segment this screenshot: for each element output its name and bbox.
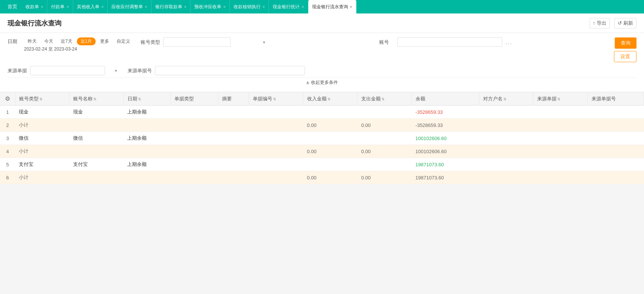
settings-button[interactable]: 设置 [614,51,636,62]
date-opt-yesterday[interactable]: 昨天 [25,37,40,45]
table-row[interactable]: 3 微信 微信 上期余额 100102606.60 [0,132,644,145]
collapse-label: 收起更多条件 [311,79,338,86]
cell-counterparty [479,145,533,158]
col-counterparty[interactable]: 对方户名⇅ [479,92,533,106]
nav-home[interactable]: 首页 [3,3,22,10]
cell-account-type: 现金 [15,106,69,119]
account-label: 账号 [379,39,394,46]
cell-counterparty [479,171,533,184]
col-income[interactable]: 收入金额⇅ [303,92,357,106]
nav-tab-qitashouru[interactable]: 其他收入单 × [73,0,108,13]
account-ellipsis[interactable]: ... [505,39,512,46]
col-account-type[interactable]: 账号类型⇅ [15,92,69,106]
cell-source-doc-no [588,119,644,132]
nav-tab-liushui[interactable]: 现金银行流水查询 × [308,0,356,13]
refresh-button[interactable]: ↺ 刷新 [614,18,636,28]
cell-no: 4 [0,145,15,158]
close-icon[interactable]: × [263,4,265,9]
sort-icon: ⇅ [273,97,276,101]
cell-doc-no [249,119,303,132]
table-row[interactable]: 6 小计 0.00 0.00 19871073.60 [0,171,644,184]
cell-source-doc [533,132,588,145]
page-title: 现金银行流水查询 [8,19,62,28]
close-icon[interactable]: × [223,4,225,9]
cell-income: 0.00 [303,119,357,132]
nav-tab-shoukuanhexa[interactable]: 收款核销执行 × [230,0,269,13]
nav-tab-yushou[interactable]: 预收冲应收单 × [191,0,230,13]
cell-source-doc [533,106,588,119]
nav-tab-yinhang[interactable]: 银行存取款单 × [152,0,191,13]
cell-income: 0.00 [303,171,357,184]
cell-income [303,106,357,119]
cell-date [123,171,170,184]
col-doc-no[interactable]: 单据编号⇅ [249,92,303,106]
query-button[interactable]: 查询 [615,37,636,49]
cell-doc-no [249,106,303,119]
nav-tab-yingshou[interactable]: 应收应付调整单 × [108,0,151,13]
sort-icon: ⇅ [381,97,384,101]
cell-source-doc-no [588,132,644,145]
close-icon[interactable]: × [184,4,186,9]
source-doc-label: 来源单据 [8,67,27,74]
close-icon[interactable]: × [302,4,304,9]
cell-account-name [69,171,124,184]
cell-doc-type [171,106,218,119]
date-opt-7days[interactable]: 近7天 [58,37,75,45]
nav-tab-shoukuandan[interactable]: 收款单 × [22,0,47,13]
close-icon[interactable]: × [66,4,69,9]
nav-tab-xianjintongji[interactable]: 现金银行统计 × [269,0,308,13]
source-doc-id-input[interactable] [155,66,305,75]
cell-account-name: 支付宝 [69,158,124,171]
table-row[interactable]: 5 支付宝 支付宝 上期余额 19871073.60 [0,158,644,171]
cell-balance: 19871073.60 [412,171,479,184]
cell-summary [218,119,249,132]
cell-expense [357,132,412,145]
cell-source-doc [533,171,588,184]
date-options: 昨天 今天 近7天 近1月 更多 自定义 [25,37,133,45]
col-date[interactable]: 日期⇅ [123,92,170,106]
date-opt-1month[interactable]: 近1月 [77,37,96,45]
gear-icon[interactable]: ⚙ [5,96,10,102]
cell-doc-no [249,132,303,145]
collapse-bar[interactable]: ∧ 收起更多条件 [8,78,636,87]
col-expense[interactable]: 支出金额⇅ [357,92,412,106]
col-balance: 余额 [412,92,479,106]
cell-source-doc [533,158,588,171]
cell-account-type: 小计 [15,119,69,132]
export-icon: ↑ [593,20,596,26]
export-button[interactable]: ↑ 导出 [590,18,610,28]
date-opt-custom[interactable]: 自定义 [114,37,133,45]
cell-date: 上期余额 [123,158,170,171]
close-icon[interactable]: × [145,4,147,9]
cell-no: 3 [0,132,15,145]
source-doc-id-label: 来源单据号 [128,67,152,74]
refresh-icon: ↺ [618,20,622,26]
date-opt-today[interactable]: 今天 [41,37,56,45]
close-icon[interactable]: × [101,4,104,9]
cell-account-name: 现金 [69,106,124,119]
cell-expense: 0.00 [357,171,412,184]
cell-doc-no [249,171,303,184]
close-icon[interactable]: × [41,4,43,9]
cell-date: 上期余额 [123,106,170,119]
date-opt-more[interactable]: 更多 [97,37,112,45]
table-row[interactable]: 1 现金 现金 上期余额 -3528659.33 [0,106,644,119]
account-type-select[interactable] [163,37,231,47]
nav-tab-fukuandan[interactable]: 付款单 × [47,0,73,13]
table-row[interactable]: 2 小计 0.00 0.00 -3528659.33 [0,119,644,132]
cell-doc-no [249,158,303,171]
cell-source-doc [533,145,588,158]
cell-account-type: 支付宝 [15,158,69,171]
col-source-doc[interactable]: 来源单据⇅ [533,92,588,106]
cell-account-type: 小计 [15,145,69,158]
col-account-name[interactable]: 账号名称⇅ [69,92,124,106]
col-gear[interactable]: ⚙ [0,92,15,106]
sort-icon: ⇅ [503,97,506,101]
cell-no: 6 [0,171,15,184]
cell-expense [357,158,412,171]
close-icon[interactable]: × [350,4,352,9]
table-row[interactable]: 4 小计 0.00 0.00 100102606.60 [0,145,644,158]
source-doc-select[interactable] [30,66,105,75]
account-input[interactable] [397,37,502,47]
cell-summary [218,106,249,119]
